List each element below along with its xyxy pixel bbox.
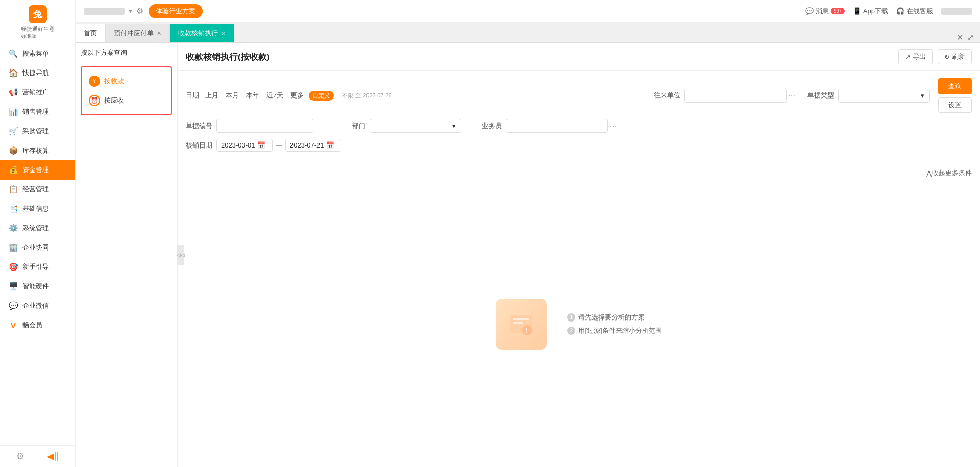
topbar-logo-area: ▼ ⚙	[84, 6, 143, 16]
tab-home[interactable]: 首页	[76, 24, 106, 42]
hardware-icon: 🖥️	[8, 282, 18, 291]
sidebar-item-basic-info[interactable]: 📑 基础信息	[0, 199, 75, 218]
maximize-tab-icon[interactable]: ⤢	[967, 33, 974, 42]
user-name-area[interactable]	[941, 8, 972, 15]
export-btn[interactable]: ↗ 导出	[898, 49, 933, 64]
svg-rect-2	[513, 322, 523, 324]
tab-actions: ✕ ⤢	[957, 33, 980, 42]
online-service-btn[interactable]: 🎧 在线客服	[896, 7, 933, 16]
salesman-dots-btn[interactable]: ···	[610, 121, 617, 131]
enterprise-icon: 🏢	[8, 243, 18, 252]
message-btn[interactable]: 💬 消息 99+	[805, 7, 845, 16]
phone-icon: 📱	[853, 7, 861, 15]
dept-select[interactable]: ▾	[370, 119, 461, 133]
verify-date-end-input[interactable]: 2023-07-21 📅	[285, 139, 341, 152]
verify-date-range: 2023-03-01 📅 — 2023-07-21 📅	[216, 139, 341, 152]
marketing-icon: 📢	[8, 88, 18, 97]
sidebar-item-hardware[interactable]: 🖥️ 智能硬件	[0, 277, 75, 296]
date-last-month[interactable]: 上月	[203, 90, 220, 101]
sidebar-bottom: ⚙ ◀‖	[0, 445, 75, 467]
voucher-no-field: 单据编号	[186, 119, 313, 133]
calendar-start-icon[interactable]: 📅	[257, 141, 265, 149]
settings-gear-icon[interactable]: ⚙	[136, 6, 143, 16]
date-7days[interactable]: 近7天	[264, 90, 285, 101]
verify-date-field: 核销日期 2023-03-01 📅 — 2023-07-21 📅	[186, 139, 341, 152]
tab-receipt-close[interactable]: ✕	[221, 30, 226, 37]
query-btn[interactable]: 查询	[938, 78, 972, 94]
sidebar-item-guide[interactable]: 🎯 新手引导	[0, 257, 75, 277]
close-tab-icon[interactable]: ✕	[957, 33, 963, 42]
filter-option-by-payable[interactable]: ⏰ 按应收	[86, 91, 167, 110]
logo-icon: 兔	[29, 5, 47, 23]
app-name: 畅捷通好生意 标准版	[21, 25, 55, 40]
payable-icon: ⏰	[89, 95, 100, 106]
app-download-btn[interactable]: 📱 App下载	[853, 7, 888, 16]
settings-icon[interactable]: ⚙	[16, 451, 24, 462]
filter-panel-title: 按以下方案查询	[81, 48, 172, 60]
voucher-type-label: 单据类型	[807, 91, 834, 100]
date-no-limit-area: 不限 至 2023-07-26	[342, 92, 391, 100]
sidebar-item-enterprise[interactable]: 🏢 企业协同	[0, 238, 75, 257]
sidebar-item-finance[interactable]: 💰 资金管理	[0, 160, 75, 180]
partner-dots-btn[interactable]: ···	[789, 91, 795, 100]
empty-step-1: 1 请先选择要分析的方案	[567, 311, 662, 324]
sidebar-item-member[interactable]: V 畅会员	[0, 315, 75, 335]
sidebar-item-sales[interactable]: 📊 销售管理	[0, 102, 75, 121]
collapse-more-icon: ⋀	[926, 169, 932, 177]
collapse-sidebar-btn[interactable]: ◀‖	[47, 451, 59, 462]
dropdown-arrow-icon[interactable]: ▼	[128, 8, 133, 14]
purchase-icon: 🛒	[8, 127, 18, 136]
collapse-panel-btn[interactable]: ◁◁	[177, 245, 184, 265]
sidebar: 兔 畅捷通好生意 标准版 🔍 搜索菜单 🏠 快捷导航 📢 营销推广 📊 销售管理…	[0, 0, 76, 467]
page-header-actions: ↗ 导出 ↻ 刷新	[898, 49, 972, 64]
sidebar-item-quick-nav[interactable]: 🏠 快捷导航	[0, 63, 75, 83]
collapse-more-btn[interactable]: ⋀ 收起更多条件	[178, 165, 980, 181]
date-this-year[interactable]: 本年	[244, 90, 261, 101]
date-more[interactable]: 更多	[288, 90, 306, 101]
settings-btn[interactable]: 设置	[938, 97, 972, 113]
voucher-type-select[interactable]: ▾	[838, 89, 930, 103]
salesman-label: 业务员	[482, 121, 502, 131]
form-row-3: 核销日期 2023-03-01 📅 — 2023-07-21 📅	[186, 139, 972, 152]
main-area: ▼ ⚙ 体验行业方案 💬 消息 99+ 📱 App下载 🎧 在线客服	[76, 0, 980, 467]
calendar-end-icon[interactable]: 📅	[326, 141, 334, 149]
sidebar-item-operation[interactable]: 📋 经营管理	[0, 180, 75, 199]
date-custom-tag[interactable]: 自定义	[309, 91, 334, 101]
tab-prepay-close[interactable]: ✕	[157, 30, 161, 37]
form-row-2: 单据编号 部门 ▾ 业务员 ···	[186, 119, 972, 133]
tab-prepay[interactable]: 预付冲应付单 ✕	[106, 24, 170, 42]
voucher-no-label: 单据编号	[186, 121, 212, 131]
sidebar-item-inventory[interactable]: 📦 库存核算	[0, 141, 75, 160]
query-btn-area: 查询 设置	[938, 78, 972, 113]
system-icon: ⚙️	[8, 224, 18, 233]
solution-btn[interactable]: 体验行业方案	[149, 4, 203, 18]
sidebar-item-marketing[interactable]: 📢 营销推广	[0, 83, 75, 102]
partner-input[interactable]	[684, 89, 787, 103]
date-field: 日期 上月 本月 本年 近7天 更多 自定义	[186, 90, 334, 101]
member-icon: V	[8, 321, 18, 330]
tab-receipt[interactable]: 收款核销执行 ✕	[170, 24, 234, 42]
verify-date-label: 核销日期	[186, 141, 212, 150]
svg-text:!: !	[525, 327, 527, 334]
topbar-right: 💬 消息 99+ 📱 App下载 🎧 在线客服	[805, 7, 972, 16]
empty-text: 1 请先选择要分析的方案 2 用[过滤]条件来缩小分析范围	[567, 311, 662, 337]
message-badge: 99+	[831, 8, 845, 14]
voucher-no-input[interactable]	[216, 119, 313, 133]
sidebar-item-wechat[interactable]: 💬 企业微信	[0, 296, 75, 315]
salesman-input[interactable]	[506, 119, 608, 133]
page-title: 收款核销执行(按收款)	[186, 51, 270, 63]
refresh-icon: ↻	[944, 53, 950, 61]
sidebar-item-search-menu[interactable]: 🔍 搜索菜单	[0, 44, 75, 63]
svg-rect-1	[513, 318, 529, 320]
date-filter: 上月 本月 本年 近7天 更多 自定义	[203, 90, 334, 101]
date-this-month[interactable]: 本月	[224, 90, 241, 101]
partner-field: 往来单位 ···	[654, 89, 795, 103]
sidebar-item-purchase[interactable]: 🛒 采购管理	[0, 121, 75, 141]
verify-date-start-input[interactable]: 2023-03-01 📅	[216, 139, 273, 152]
sidebar-item-system[interactable]: ⚙️ 系统管理	[0, 218, 75, 238]
user-name-blurred	[941, 8, 972, 15]
refresh-btn[interactable]: ↻ 刷新	[938, 49, 972, 64]
filter-option-by-receipt[interactable]: ¥ 按收款	[86, 71, 167, 91]
right-fields-row1: 往来单位 ··· 单据类型 ▾	[654, 89, 930, 103]
empty-illustration: !	[496, 299, 547, 350]
